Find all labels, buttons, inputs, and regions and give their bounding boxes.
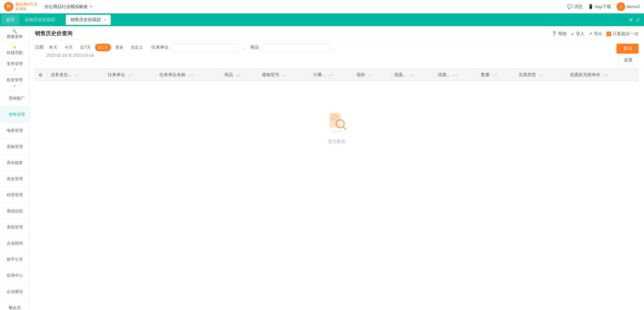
date-btn-yesterday[interactable]: 昨天: [46, 44, 60, 51]
avatar: d: [616, 2, 625, 11]
main-layout: 🔍 搜索菜单 ⚡ 快捷导航 零售管理 ▼ 批发管理 ▲ 营销推广 销售管理 电商…: [0, 26, 644, 310]
sidebar-item-system[interactable]: 系统管理: [0, 219, 29, 236]
table-col-product: 商品 ▲▼: [221, 69, 259, 81]
tab-bar: 首页 采购历史价跟踪 × 销售历史价跟踪 × ✕ ⤢: [0, 13, 644, 26]
table-col-spec: 规格型号 ▲▼: [259, 69, 310, 81]
partner-label: 往来单位: [151, 44, 169, 50]
export-btn[interactable]: ↗ 导出: [589, 31, 602, 37]
svg-rect-3: [331, 117, 339, 118]
app-download-btn[interactable]: 📱 App下载: [588, 4, 611, 10]
maximize-btn[interactable]: ⤢: [636, 17, 640, 23]
chevron-down-icon: ▼: [89, 5, 93, 8]
date-btn-last7[interactable]: 近7天: [77, 44, 94, 51]
sidebar-item-retail[interactable]: 零售管理 ▼: [0, 58, 29, 74]
empty-state: 暂无数据: [35, 81, 639, 171]
sidebar-item-inventory[interactable]: 库存核算: [0, 155, 29, 171]
date-label: 日期: [35, 44, 44, 50]
tab-close-purchase[interactable]: ×: [58, 17, 60, 22]
sidebar-item-member[interactable]: 畅会员: [0, 300, 29, 310]
logo-text: 畅捷通好生意 标准版: [15, 2, 38, 11]
settings-button[interactable]: 设置: [618, 55, 639, 65]
top-bar: 好 畅捷通好生意 标准版 办公用品行业模拟账套 ▼ 💬 消息 📱 App下载 d…: [0, 0, 644, 13]
table-col-unit: 计量... ▲▼: [310, 69, 353, 81]
date-btn-today[interactable]: 今天: [62, 44, 76, 51]
sidebar-item-operation[interactable]: 经营管理: [0, 187, 29, 203]
sort-icon: ▲▼: [328, 74, 334, 77]
tab-purchase-history[interactable]: 采购历史价跟踪 ×: [20, 15, 65, 25]
table-col-pretax-price: 优惠前无税单价 ▲▼: [566, 69, 638, 81]
product-filter-group: 商品 ...: [250, 44, 335, 52]
page-header-actions: ❓ 帮助 ↙ 导入 ↗ 导出 只看最后一次: [551, 31, 639, 37]
sort-icon: ▲▼: [603, 74, 608, 77]
table-col-partner-id: 往来单位 ▲▼: [104, 69, 156, 81]
tab-close-sales[interactable]: ×: [104, 17, 106, 22]
chevron-down-icon: ▼: [13, 67, 16, 71]
date-btn-last1m[interactable]: 近1月: [95, 44, 111, 51]
product-ellipsis-btn[interactable]: ...: [331, 45, 335, 50]
top-bar-right: 💬 消息 📱 App下载 d demo2: [567, 2, 640, 11]
content-area: 销售历史价查询 ❓ 帮助 ↙ 导入 ↗ 导出 只看最后一次: [30, 26, 644, 310]
sidebar-item-search[interactable]: 🔍 搜索菜单: [0, 26, 29, 42]
sort-icon: ▲▼: [368, 74, 373, 77]
page-title: 销售历史价查询: [35, 30, 72, 37]
tab-home[interactable]: 首页: [1, 15, 19, 25]
help-btn[interactable]: ❓ 帮助: [551, 31, 567, 37]
download-icon: 📱: [588, 4, 593, 9]
date-filter-group: 日期 昨天 今天 近7天 近1月 更多 自定义 2023-02-18 至 202…: [35, 44, 146, 58]
date-options: 昨天 今天 近7天 近1月 更多 自定义 2023-02-18 至 2023-0…: [46, 44, 146, 58]
sort-icon: ▲▼: [452, 74, 458, 77]
filter-area: 日期 昨天 今天 近7天 近1月 更多 自定义 2023-02-18 至 202…: [30, 40, 644, 69]
table-col-discount2: 优惠... ▲▼: [434, 69, 477, 81]
sidebar-item-basic-info[interactable]: 基础信息: [0, 203, 29, 219]
message-btn[interactable]: 💬 消息: [567, 4, 583, 10]
table-col-price: 报价 ▲▼: [353, 69, 391, 81]
user-profile[interactable]: d demo2: [616, 2, 640, 11]
sidebar-item-quick-nav[interactable]: ⚡ 快捷导航: [0, 42, 29, 58]
sort-icon: ▲▼: [128, 74, 133, 77]
table-container: ⚙ 业务发生... ▲▼ 往来单位 ▲▼ 往来单位名称 ▲▼: [30, 69, 644, 310]
empty-icon: [323, 108, 350, 135]
export-icon: ↗: [589, 31, 592, 36]
product-input[interactable]: [262, 44, 329, 52]
message-icon: 💬: [567, 4, 573, 9]
sidebar-item-enterprise[interactable]: 企业协同: [0, 236, 29, 252]
sort-icon: ▲▼: [236, 74, 241, 77]
logo-area: 好 畅捷通好生意 标准版: [4, 2, 38, 11]
svg-line-6: [343, 127, 346, 130]
partner-ellipsis-btn[interactable]: ...: [241, 45, 245, 50]
date-btn-more[interactable]: 更多: [112, 44, 126, 51]
sidebar-item-finance[interactable]: 资金管理: [0, 171, 29, 187]
tab-sales-history[interactable]: 销售历史价跟踪 ×: [66, 15, 111, 25]
partner-input[interactable]: [171, 44, 238, 52]
sidebar-item-ecommerce[interactable]: 电商管理: [0, 123, 29, 139]
svg-rect-4: [331, 119, 337, 120]
partner-input-group: ...: [171, 44, 245, 52]
date-btn-custom[interactable]: 自定义: [128, 44, 146, 51]
sort-icon: ▲▼: [74, 74, 79, 77]
import-btn[interactable]: ↙ 导入: [571, 31, 585, 37]
sort-icon: ▲▼: [409, 74, 415, 77]
sort-icon: ▲▼: [188, 74, 193, 77]
search-icon: 🔍: [12, 29, 17, 34]
settings-col-icon[interactable]: ⚙: [39, 72, 43, 78]
empty-text: 暂无数据: [328, 139, 345, 145]
sidebar-item-purchase[interactable]: 采购管理: [0, 139, 29, 155]
only-last-checkbox[interactable]: 只看最后一次: [606, 31, 639, 37]
sidebar-item-wholesale[interactable]: 批发管理 ▲: [0, 74, 29, 91]
sidebar-item-guide[interactable]: 新手引导: [0, 252, 29, 268]
date-range-text: 2023-02-18 至 2023-03-18: [46, 53, 146, 58]
query-button[interactable]: 查询: [616, 44, 639, 54]
sidebar-item-marketing[interactable]: 营销推广: [0, 91, 29, 107]
svg-point-0: [330, 130, 343, 133]
sidebar-item-app-center[interactable]: 应用中心: [0, 268, 29, 284]
app-selector[interactable]: 办公用品行业模拟账套 ▼: [44, 4, 93, 10]
sort-icon: ▲▼: [538, 74, 544, 77]
table-col-qty: 数量 ▲▼: [477, 69, 515, 81]
table-col-trade-type: 交易类型 ▲▼: [515, 69, 566, 81]
sidebar-item-sales-mgmt[interactable]: 销售管理: [0, 107, 29, 123]
help-icon: ❓: [551, 31, 557, 36]
close-window-btn[interactable]: ✕: [629, 17, 633, 23]
data-table: ⚙ 业务发生... ▲▼ 往来单位 ▲▼ 往来单位名称 ▲▼: [35, 69, 639, 81]
page-header: 销售历史价查询 ❓ 帮助 ↙ 导入 ↗ 导出 只看最后一次: [30, 26, 644, 40]
sidebar-item-wechat[interactable]: 企业微信: [0, 284, 29, 300]
